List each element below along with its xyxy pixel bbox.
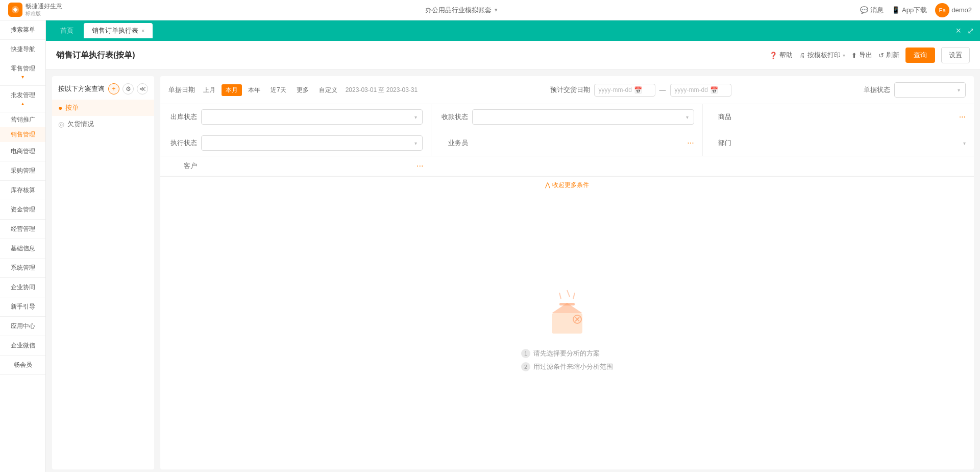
retail-arrow: ▾ (21, 74, 24, 80)
date-tab-7days[interactable]: 近7天 (266, 84, 290, 96)
logo-icon (8, 3, 22, 17)
company-chevron[interactable]: ▾ (495, 7, 498, 13)
empty-icon (542, 288, 593, 339)
add-scheme-button[interactable]: + (108, 83, 119, 95)
settings-scheme-button[interactable]: ⚙ (122, 83, 134, 95)
tab-sales-order[interactable]: 销售订单执行表 × (84, 23, 153, 38)
sidebar-item-inventory[interactable]: 库存核算 (0, 181, 45, 200)
sidebar-item-apps[interactable]: 应用中心 (0, 317, 45, 336)
date-tab-this-year[interactable]: 本年 (244, 84, 264, 96)
left-panel-actions: + ⚙ ≪ (108, 83, 148, 95)
window-maximize-icon[interactable]: ⤢ (967, 26, 974, 36)
exec-label: 执行状态 (168, 138, 197, 148)
export-button[interactable]: ⬆ 导出 (851, 51, 872, 60)
refresh-icon: ↺ (878, 52, 884, 59)
date-filter-group: 单据日期 上月 本月 本年 近7天 更多 自定义 2023-03-01 (168, 84, 418, 96)
sidebar-sub-sales[interactable]: 销售管理 (0, 127, 45, 142)
status-group: 单据状态 ▾ (864, 82, 966, 98)
sidebar-item-base-info[interactable]: 基础信息 (0, 239, 45, 258)
app-download-button[interactable]: 📱 App下载 (892, 6, 927, 15)
sidebar-sub-marketing[interactable]: 营销推广 (0, 112, 45, 127)
sidebar-item-system[interactable]: 系统管理 (0, 258, 45, 278)
exec-chevron: ▾ (414, 140, 417, 146)
dept-label: 部门 (711, 138, 731, 148)
empty-tip-1: 1 请先选择要分析的方案 (521, 349, 613, 358)
delivery-label: 出库状态 (168, 112, 197, 122)
search-button[interactable]: 查询 (905, 48, 935, 63)
date-placeholder-2: yyyy-mm-dd (675, 86, 708, 93)
tab-home[interactable]: 首页 (52, 23, 82, 38)
sidebar-item-ecommerce[interactable]: 电商管理 (0, 142, 45, 161)
sidebar-item-members[interactable]: 畅会员 (0, 356, 45, 375)
goods-more-icon[interactable]: ··· (959, 112, 966, 122)
salesperson-more-icon[interactable]: ··· (687, 138, 694, 148)
wholesale-arrow: ▴ (21, 101, 24, 106)
settings-button[interactable]: 设置 (941, 47, 970, 63)
sidebar-item-search[interactable]: 搜索菜单 (0, 20, 45, 40)
company-name: 办公用品行业模拟账套 (425, 6, 492, 15)
message-button[interactable]: 💬 消息 (860, 6, 884, 15)
window-close-icon[interactable]: × (955, 26, 961, 36)
customer-more-icon[interactable]: ··· (416, 161, 423, 171)
app-icon: 📱 (892, 6, 900, 14)
salesperson-label: 业务员 (439, 138, 468, 148)
tab-close-icon[interactable]: × (141, 28, 144, 34)
help-button[interactable]: ❓ 帮助 (769, 51, 793, 60)
right-panel: 单据日期 上月 本月 本年 近7天 更多 自定义 2023-03-01 (160, 76, 974, 469)
collapse-button[interactable]: ≪ (137, 83, 148, 95)
left-panel-header: 按以下方案查询 + ⚙ ≪ (52, 80, 154, 100)
sidebar-item-operations[interactable]: 经营管理 (0, 220, 45, 239)
sidebar: 搜索菜单 快捷导航 零售管理 ▾ 批发管理 ▴ 营销推广 销售管理 电商管理 采… (0, 20, 46, 472)
tab-bar: 首页 销售订单执行表 × × ⤢ (46, 20, 980, 41)
avatar: Ea (935, 3, 949, 17)
calendar-icon-1: 📅 (634, 86, 642, 94)
logo-text-block: 畅捷通好生意 标准版 (26, 3, 62, 17)
tab-bar-actions: × ⤢ (955, 26, 974, 36)
top-bar-right: 💬 消息 📱 App下载 Ea demo2 (860, 3, 972, 17)
status-select[interactable]: ▾ (894, 82, 966, 98)
scheme-item-single[interactable]: ● 按单 (52, 100, 154, 116)
dept-filter: 部门 ▾ (703, 130, 974, 156)
delivery-chevron: ▾ (414, 114, 417, 120)
print-button[interactable]: 🖨 按模板打印 ▾ (799, 51, 845, 60)
sidebar-item-shortcuts[interactable]: 快捷导航 (0, 40, 45, 59)
page-title: 销售订单执行表(按单) (56, 50, 135, 61)
status-label: 单据状态 (864, 85, 890, 95)
date-tab-last-month[interactable]: 上月 (199, 84, 219, 96)
sidebar-item-finance[interactable]: 资金管理 (0, 200, 45, 220)
sidebar-item-enterprise[interactable]: 企业协同 (0, 278, 45, 297)
empty-state: 1 请先选择要分析的方案 2 用过滤条件来缩小分析范围 (160, 194, 974, 469)
logo-sub: 标准版 (26, 10, 62, 17)
left-panel-title: 按以下方案查询 (58, 84, 105, 93)
filter-row-2: 出库状态 ▾ 收款状态 ▾ (160, 104, 974, 130)
exec-select[interactable]: ▾ (201, 135, 423, 151)
scheme-single-label: 按单 (65, 103, 79, 112)
expected-date-end[interactable]: yyyy-mm-dd 📅 (670, 84, 731, 97)
tip-num-1: 1 (521, 349, 530, 358)
sidebar-item-newbie[interactable]: 新手引导 (0, 297, 45, 317)
scheme-item-shortage[interactable]: ◎ 欠货情况 (52, 116, 154, 132)
refresh-button[interactable]: ↺ 刷新 (878, 51, 899, 60)
sidebar-item-wechat[interactable]: 企业微信 (0, 336, 45, 356)
delivery-select[interactable]: ▾ (201, 109, 423, 125)
customer-filter: 客户 ··· (160, 156, 431, 176)
collapse-label: 收起更多条件 (552, 181, 589, 188)
payment-select[interactable]: ▾ (472, 109, 694, 125)
user-menu[interactable]: Ea demo2 (935, 3, 972, 17)
expected-date-start[interactable]: yyyy-mm-dd 📅 (594, 84, 655, 97)
sidebar-item-purchase[interactable]: 采购管理 (0, 161, 45, 181)
main-layout: 搜索菜单 快捷导航 零售管理 ▾ 批发管理 ▴ 营销推广 销售管理 电商管理 采… (0, 20, 980, 472)
collapse-bar[interactable]: ⋀ 收起更多条件 (160, 176, 974, 194)
date-dash: — (659, 86, 666, 94)
sidebar-item-retail[interactable]: 零售管理 ▾ (0, 59, 45, 86)
username: demo2 (951, 6, 972, 14)
date-tab-custom[interactable]: 自定义 (315, 84, 341, 96)
sidebar-item-wholesale[interactable]: 批发管理 ▴ (0, 86, 45, 112)
calendar-icon-2: 📅 (710, 86, 718, 94)
date-tab-more[interactable]: 更多 (292, 84, 313, 96)
collapse-icon: ⋀ (545, 181, 552, 188)
main-panel: 按以下方案查询 + ⚙ ≪ ● 按单 ◎ 欠货情况 (46, 70, 980, 472)
date-tab-this-month[interactable]: 本月 (222, 84, 242, 96)
svg-rect-3 (559, 303, 575, 305)
date-range-text: 2023-03-01 至 2023-03-31 (346, 86, 418, 95)
